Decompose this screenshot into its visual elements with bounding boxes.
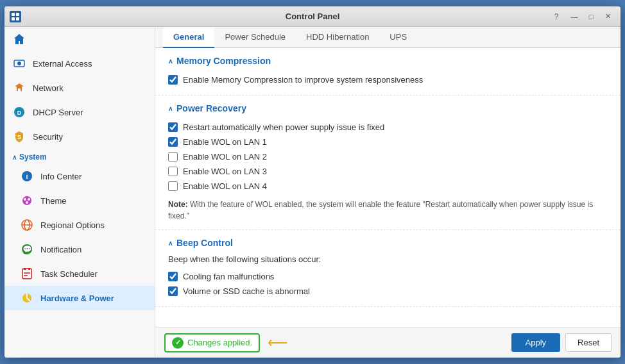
restart-auto-label: Restart automatically when power supply … bbox=[183, 122, 384, 132]
enable-memory-compression-checkbox[interactable] bbox=[168, 75, 178, 85]
sidebar-item-security[interactable]: S Security bbox=[4, 124, 155, 149]
memory-compression-row: Enable Memory Compression to improve sys… bbox=[168, 72, 608, 87]
home-icon bbox=[12, 32, 26, 46]
beep-volume-label: Volume or SSD cache is abnormal bbox=[183, 286, 310, 296]
tab-bar: General Power Schedule HDD Hibernation U… bbox=[155, 27, 621, 48]
beep-volume-checkbox[interactable] bbox=[168, 286, 178, 296]
svg-rect-1 bbox=[16, 13, 19, 16]
svg-rect-0 bbox=[12, 13, 15, 16]
note-content: With the feature of WOL enabled, the sys… bbox=[168, 200, 593, 220]
wol-lan2-checkbox[interactable] bbox=[168, 152, 178, 161]
sidebar-item-notification[interactable]: 💬 Notification bbox=[4, 237, 155, 261]
svg-text:i: i bbox=[26, 172, 28, 180]
wol-lan4-row: Enable WOL on LAN 4 bbox=[168, 179, 608, 194]
system-section-label: System bbox=[19, 153, 47, 161]
main-panel: General Power Schedule HDD Hibernation U… bbox=[155, 27, 621, 358]
content-area: External Access Network D bbox=[4, 27, 621, 358]
wol-lan1-row: Enable WOL on LAN 1 bbox=[168, 135, 608, 149]
close-button[interactable]: ✕ bbox=[600, 10, 615, 23]
info-icon: i bbox=[20, 169, 34, 183]
sidebar-item-dhcp[interactable]: D DHCP Server bbox=[4, 100, 155, 124]
beep-cooling-label: Cooling fan malfunctions bbox=[183, 272, 274, 281]
titlebar: Control Panel ? — □ ✕ bbox=[4, 6, 621, 27]
power-recovery-header[interactable]: ∧ Power Recovery bbox=[168, 103, 608, 113]
sidebar-item-regional[interactable]: Regional Options bbox=[4, 213, 155, 237]
tab-ups[interactable]: UPS bbox=[379, 27, 417, 48]
changes-badge: ✓ Changes applied. bbox=[164, 333, 260, 352]
maximize-button[interactable]: □ bbox=[583, 10, 599, 23]
system-section-header[interactable]: ∧ System bbox=[4, 149, 155, 164]
power-recovery-chevron: ∧ bbox=[168, 105, 173, 112]
dhcp-icon: D bbox=[12, 105, 26, 119]
memory-compression-chevron: ∧ bbox=[168, 58, 173, 65]
power-recovery-title: Power Recovery bbox=[176, 103, 246, 113]
beep-control-header[interactable]: ∧ Beep Control bbox=[168, 238, 608, 248]
wol-lan3-label: Enable WOL on LAN 3 bbox=[183, 167, 267, 176]
sidebar-item-info-center[interactable]: i Info Center bbox=[4, 164, 155, 188]
sidebar-label-info-center: Info Center bbox=[40, 172, 81, 181]
svg-text:💬: 💬 bbox=[22, 244, 32, 254]
wol-lan1-checkbox[interactable] bbox=[168, 137, 178, 147]
arrow-icon: ⟵ bbox=[268, 335, 288, 351]
security-icon: S bbox=[12, 129, 26, 144]
changes-applied-label: Changes applied. bbox=[187, 338, 252, 347]
svg-point-5 bbox=[17, 62, 21, 65]
wol-lan4-label: Enable WOL on LAN 4 bbox=[183, 181, 267, 191]
minimize-button[interactable]: — bbox=[567, 10, 582, 23]
control-panel-window: Control Panel ? — □ ✕ bbox=[4, 6, 621, 358]
system-chevron: ∧ bbox=[12, 154, 17, 161]
svg-rect-3 bbox=[16, 17, 19, 21]
sidebar-label-hardware-power: Hardware & Power bbox=[40, 294, 114, 303]
beep-intro: Beep when the following situations occur… bbox=[168, 254, 608, 264]
memory-compression-header[interactable]: ∧ Memory Compression bbox=[168, 56, 608, 66]
sidebar-label-theme: Theme bbox=[40, 196, 66, 206]
wol-lan1-label: Enable WOL on LAN 1 bbox=[183, 137, 267, 147]
task-icon bbox=[20, 267, 34, 281]
svg-point-13 bbox=[24, 198, 26, 201]
beep-volume-row: Volume or SSD cache is abnormal bbox=[168, 284, 608, 299]
beep-control-chevron: ∧ bbox=[168, 240, 173, 247]
tab-hdd-hibernation[interactable]: HDD Hibernation bbox=[296, 27, 379, 48]
sidebar: External Access Network D bbox=[4, 27, 155, 358]
titlebar-controls: ? — □ ✕ bbox=[550, 10, 615, 23]
wol-lan3-row: Enable WOL on LAN 3 bbox=[168, 164, 608, 179]
wol-lan3-checkbox[interactable] bbox=[168, 167, 178, 176]
beep-cooling-row: Cooling fan malfunctions bbox=[168, 269, 608, 284]
sidebar-item-network[interactable]: Network bbox=[4, 76, 155, 100]
reset-button[interactable]: Reset bbox=[565, 333, 612, 352]
beep-cooling-checkbox[interactable] bbox=[168, 272, 178, 281]
wol-lan2-row: Enable WOL on LAN 2 bbox=[168, 149, 608, 164]
apply-button[interactable]: Apply bbox=[511, 333, 561, 352]
restart-auto-row: Restart automatically when power supply … bbox=[168, 120, 608, 135]
bottom-buttons: Apply Reset bbox=[511, 333, 612, 352]
sidebar-label-security: Security bbox=[33, 132, 63, 142]
sidebar-item-home[interactable] bbox=[4, 27, 155, 51]
help-icon[interactable]: ? bbox=[550, 10, 563, 23]
power-recovery-section: ∧ Power Recovery Restart automatically w… bbox=[155, 95, 621, 230]
sidebar-item-hardware-power[interactable]: Hardware & Power bbox=[4, 286, 155, 310]
svg-point-14 bbox=[28, 198, 30, 201]
sidebar-item-external-access[interactable]: External Access bbox=[4, 51, 155, 76]
theme-icon bbox=[20, 194, 34, 208]
svg-rect-21 bbox=[22, 269, 31, 279]
wol-lan4-checkbox[interactable] bbox=[168, 181, 178, 191]
memory-compression-title: Memory Compression bbox=[176, 56, 271, 66]
beep-control-title: Beep Control bbox=[176, 238, 233, 248]
note-label: Note: bbox=[168, 200, 188, 209]
tab-content: ∧ Memory Compression Enable Memory Compr… bbox=[155, 48, 621, 327]
tab-power-schedule[interactable]: Power Schedule bbox=[214, 27, 296, 48]
app-icon bbox=[10, 11, 21, 22]
sidebar-label-external-access: External Access bbox=[33, 59, 92, 69]
sidebar-label-network: Network bbox=[33, 83, 64, 93]
changes-applied-area: ✓ Changes applied. ⟵ bbox=[164, 333, 288, 352]
sidebar-item-task-scheduler[interactable]: Task Scheduler bbox=[4, 261, 155, 286]
svg-rect-2 bbox=[12, 17, 15, 21]
notification-icon: 💬 bbox=[20, 242, 34, 256]
titlebar-left bbox=[10, 11, 21, 22]
restart-auto-checkbox[interactable] bbox=[168, 122, 178, 132]
enable-memory-compression-label: Enable Memory Compression to improve sys… bbox=[183, 75, 423, 85]
tab-general[interactable]: General bbox=[163, 27, 214, 48]
network-icon bbox=[12, 81, 26, 95]
sidebar-item-theme[interactable]: Theme bbox=[4, 188, 155, 213]
wol-lan2-label: Enable WOL on LAN 2 bbox=[183, 152, 267, 161]
